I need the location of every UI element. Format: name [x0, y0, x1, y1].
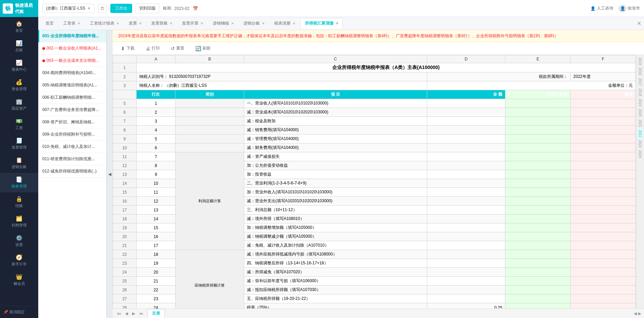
- sheet-nav-first-icon[interactable]: ⏮: [115, 311, 122, 316]
- row-profit[interactable]: [505, 232, 571, 241]
- row-value[interactable]: [427, 268, 505, 277]
- sidebar-item-salary[interactable]: 💵工资: [0, 114, 38, 134]
- row-item[interactable]: 二、营业利润(1-2-3-4-5-6-7-8+9): [244, 179, 427, 188]
- tab-close-icon[interactable]: ✕: [170, 22, 172, 25]
- row-diff[interactable]: [571, 143, 636, 152]
- work-station-button[interactable]: 工作台: [110, 4, 132, 13]
- tab-发票[interactable]: 发票✕: [124, 18, 146, 29]
- row-profit[interactable]: [505, 179, 571, 188]
- company-selector[interactable]: (勿删）江西服宝-LSS ▼: [42, 4, 95, 13]
- row-diff[interactable]: [571, 152, 636, 161]
- row-item[interactable]: 四、纳税调整后所得（13-14+15-16-17+18）: [244, 259, 427, 268]
- row-diff[interactable]: [571, 117, 636, 126]
- left-panel-item-005[interactable]: 005-纳税调整项目明细表(A1...: [38, 79, 106, 92]
- left-panel-item-010[interactable]: 010-免税、减计收入及加计...: [38, 141, 106, 153]
- sidebar-item-guide[interactable]: 🧭新手引导: [0, 251, 38, 270]
- unpin-button[interactable]: 📌 取消固定: [0, 306, 38, 318]
- row-value[interactable]: [427, 188, 505, 197]
- calendar-icon[interactable]: 📅: [193, 6, 198, 11]
- row-value[interactable]: [427, 179, 505, 188]
- sheet-nav-last-icon[interactable]: ⏭: [138, 311, 145, 316]
- spreadsheet-area[interactable]: A B C D E F 1 企业所得税年度纳税申报表（A类）主表(A100000…: [113, 55, 636, 308]
- row-item[interactable]: 加：营业外收入(填写A101010\101020\103000): [244, 188, 427, 197]
- row-item[interactable]: 加：公允价值变动收益: [244, 161, 427, 170]
- tab-close-icon[interactable]: ✕: [78, 22, 80, 25]
- tab-close-icon[interactable]: ✕: [262, 22, 265, 25]
- row-profit[interactable]: [505, 152, 571, 161]
- row-profit[interactable]: [505, 135, 571, 143]
- row-value[interactable]: [427, 294, 505, 303]
- row-item[interactable]: 税率（25%）: [244, 303, 427, 309]
- row-profit[interactable]: [505, 143, 571, 152]
- row-profit[interactable]: [505, 277, 571, 286]
- row-item[interactable]: 减：抵扣应纳税所得额（填写A107030）: [244, 286, 427, 294]
- row-value[interactable]: [427, 250, 505, 259]
- row-profit[interactable]: [505, 259, 571, 268]
- tab-税表清册[interactable]: 税表清册✕: [270, 18, 300, 29]
- row-diff[interactable]: [571, 197, 636, 206]
- row-item[interactable]: 减：销售费用(填写A104000): [244, 126, 427, 135]
- row-value[interactable]: 0.25: [427, 303, 505, 309]
- year-2020[interactable]: 2020: [638, 108, 643, 117]
- sidebar-item-close[interactable]: 🔒结账: [0, 192, 38, 212]
- row-diff[interactable]: [571, 99, 636, 108]
- row-profit[interactable]: [505, 241, 571, 250]
- row-diff[interactable]: [571, 232, 636, 241]
- tab-进销稽核[interactable]: 进销稽核✕: [208, 18, 238, 29]
- user-profile[interactable]: 👤 徐淮华: [619, 5, 640, 12]
- row-value[interactable]: [427, 206, 505, 215]
- year-2018[interactable]: 2018: [638, 87, 643, 97]
- sheet-nav-prev-icon[interactable]: ◀: [124, 311, 129, 316]
- row-value[interactable]: [427, 108, 505, 117]
- row-diff[interactable]: [571, 215, 636, 223]
- row-item[interactable]: 加：纳税调整增加额（填写A105000）: [244, 223, 427, 232]
- row-diff[interactable]: [571, 250, 636, 259]
- doc-icon[interactable]: 🗒: [98, 4, 107, 13]
- left-panel-item-004[interactable]: 004-期间费用明细表(A1040...: [38, 67, 106, 79]
- row-diff[interactable]: [571, 188, 636, 197]
- row-profit[interactable]: [505, 294, 571, 303]
- row-profit[interactable]: [505, 161, 571, 170]
- topbar-close-icon[interactable]: ✕: [637, 20, 641, 27]
- year-2019[interactable]: 2019: [638, 98, 643, 107]
- row-profit[interactable]: [505, 215, 571, 223]
- year-2021[interactable]: 2021: [638, 119, 643, 128]
- sidebar-item-home[interactable]: 🏠首页: [0, 17, 38, 37]
- row-profit[interactable]: [505, 268, 571, 277]
- left-panel-item-006[interactable]: 006-职工薪酬纳税调整明细...: [38, 92, 106, 104]
- sheet-nav-left[interactable]: ⏮ ◀ ▶ ⏭: [115, 311, 145, 316]
- tab-发票算账[interactable]: 发票算账✕: [147, 18, 177, 29]
- year-2024[interactable]: 2024: [638, 149, 643, 159]
- row-value[interactable]: [427, 241, 505, 250]
- sidebar-item-member[interactable]: 👑畅会员: [0, 270, 38, 290]
- scroll-right-icon[interactable]: ▶: [638, 311, 641, 316]
- scroll-left-icon[interactable]: ◀: [634, 311, 637, 316]
- row-value[interactable]: [427, 135, 505, 143]
- row-item[interactable]: 减：免税、减计收入及加计扣除（A107010）: [244, 241, 427, 250]
- sidebar-item-fund[interactable]: 💰资金管理: [0, 75, 38, 95]
- sidebar-item-tax[interactable]: 📑税务管理: [0, 173, 38, 192]
- row-diff[interactable]: [571, 206, 636, 215]
- row-value[interactable]: [427, 99, 505, 108]
- row-item[interactable]: 减：营业外支出(填写A102010\102020\103000): [244, 197, 427, 206]
- left-panel-item-008[interactable]: 008-资产折旧、摊销及纳税...: [38, 116, 106, 128]
- row-value[interactable]: [427, 161, 505, 170]
- tab-close-icon[interactable]: ✕: [116, 22, 119, 25]
- row-diff[interactable]: [571, 286, 636, 294]
- row-value[interactable]: [427, 143, 505, 152]
- row-diff[interactable]: [571, 241, 636, 250]
- tab-进销台账[interactable]: 进销台账✕: [239, 18, 269, 29]
- row-diff[interactable]: [571, 135, 636, 143]
- sheet-tab-main[interactable]: 主表: [148, 309, 165, 318]
- row-profit[interactable]: [505, 197, 571, 206]
- row-value[interactable]: [427, 259, 505, 268]
- sidebar-item-archive[interactable]: 🗂️归档管理: [0, 212, 38, 231]
- row-profit[interactable]: [505, 108, 571, 117]
- left-panel-item-011[interactable]: 011-研发费用加计扣除优惠...: [38, 153, 106, 165]
- tab-发票开票[interactable]: 发票开票✕: [178, 18, 208, 29]
- sheet-nav-next-icon[interactable]: ▶: [131, 311, 137, 316]
- row-value[interactable]: [427, 117, 505, 126]
- row-item[interactable]: 加：投资收益: [244, 170, 427, 179]
- row-value[interactable]: [427, 170, 505, 179]
- sidebar-item-invoice[interactable]: 🧾发票管理: [0, 134, 38, 153]
